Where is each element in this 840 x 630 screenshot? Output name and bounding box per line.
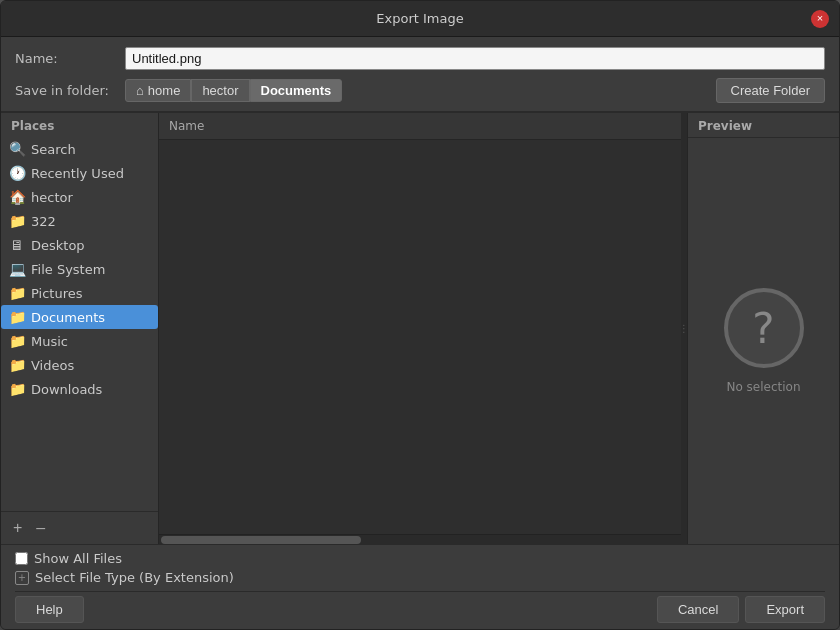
preview-panel: Preview ? No selection: [687, 113, 839, 544]
videos-folder-icon: 📁: [9, 357, 25, 373]
save-in-row: Save in folder: ⌂ home hector Documents …: [15, 78, 825, 103]
no-selection-label: No selection: [726, 380, 800, 394]
select-file-type-row[interactable]: + Select File Type (By Extension): [15, 570, 825, 585]
pictures-folder-icon: 📁: [9, 285, 25, 301]
sidebar-item-label: File System: [31, 262, 105, 277]
sidebar-item-label: 322: [31, 214, 56, 229]
sidebar-item-recently-used[interactable]: 🕐 Recently Used: [1, 161, 158, 185]
sidebar-item-downloads[interactable]: 📁 Downloads: [1, 377, 158, 401]
sidebar-item-hector[interactable]: 🏠 hector: [1, 185, 158, 209]
cancel-button[interactable]: Cancel: [657, 596, 739, 623]
sidebar-item-label: Desktop: [31, 238, 85, 253]
bottom-bar: Show All Files + Select File Type (By Ex…: [1, 544, 839, 629]
sidebar-item-desktop[interactable]: 🖥 Desktop: [1, 233, 158, 257]
files-header: Name: [159, 113, 681, 140]
create-folder-button[interactable]: Create Folder: [716, 78, 825, 103]
select-file-type-label: Select File Type (By Extension): [35, 570, 234, 585]
places-list: 🔍 Search 🕐 Recently Used 🏠 hector 📁 322 …: [1, 137, 158, 511]
search-icon: 🔍: [9, 141, 25, 157]
breadcrumb-hector[interactable]: hector: [191, 79, 249, 102]
sidebar-item-label: Search: [31, 142, 76, 157]
show-all-files-row[interactable]: Show All Files: [15, 551, 825, 566]
folder-322-icon: 📁: [9, 213, 25, 229]
main-area: Places 🔍 Search 🕐 Recently Used 🏠 hector…: [1, 112, 839, 544]
places-title: Places: [1, 113, 158, 137]
close-button[interactable]: ×: [811, 10, 829, 28]
sidebar-item-search[interactable]: 🔍 Search: [1, 137, 158, 161]
preview-content: ? No selection: [688, 138, 839, 544]
preview-title: Preview: [688, 113, 839, 138]
show-all-files-checkbox[interactable]: [15, 552, 28, 565]
form-area: Name: Save in folder: ⌂ home hector Docu…: [1, 37, 839, 112]
sidebar-item-label: Videos: [31, 358, 74, 373]
sidebar-item-label: Downloads: [31, 382, 102, 397]
recently-used-icon: 🕐: [9, 165, 25, 181]
home-folder-icon: 🏠: [9, 189, 25, 205]
export-image-dialog: Export Image × Name: Save in folder: ⌂ h…: [0, 0, 840, 630]
preview-question-icon: ?: [724, 288, 804, 368]
name-label: Name:: [15, 51, 125, 66]
save-in-label: Save in folder:: [15, 83, 125, 98]
sidebar-item-label: Recently Used: [31, 166, 124, 181]
sidebar-item-videos[interactable]: 📁 Videos: [1, 353, 158, 377]
dialog-title: Export Image: [376, 11, 463, 26]
sidebar-item-pictures[interactable]: 📁 Pictures: [1, 281, 158, 305]
show-all-files-label: Show All Files: [34, 551, 122, 566]
breadcrumb-documents[interactable]: Documents: [250, 79, 343, 102]
files-scrollbar[interactable]: [159, 534, 681, 544]
breadcrumb-area: ⌂ home hector Documents: [125, 79, 716, 102]
scrollbar-thumb[interactable]: [161, 536, 361, 544]
places-bottom-bar: + –: [1, 511, 158, 544]
files-panel: Name: [159, 113, 681, 544]
breadcrumb-home[interactable]: ⌂ home: [125, 79, 191, 102]
expand-icon: +: [15, 571, 29, 585]
right-buttons: Cancel Export: [657, 596, 825, 623]
sidebar-item-file-system[interactable]: 💻 File System: [1, 257, 158, 281]
sidebar-item-label: hector: [31, 190, 73, 205]
sidebar-item-label: Music: [31, 334, 68, 349]
documents-folder-icon: 📁: [9, 309, 25, 325]
home-icon: ⌂: [136, 83, 144, 98]
add-place-button[interactable]: +: [9, 518, 26, 538]
desktop-icon: 🖥: [9, 237, 25, 253]
action-bar: Help Cancel Export: [15, 591, 825, 623]
sidebar-item-322[interactable]: 📁 322: [1, 209, 158, 233]
downloads-folder-icon: 📁: [9, 381, 25, 397]
filename-input[interactable]: [125, 47, 825, 70]
title-bar: Export Image ×: [1, 1, 839, 37]
files-content[interactable]: [159, 140, 681, 534]
sidebar-item-music[interactable]: 📁 Music: [1, 329, 158, 353]
music-folder-icon: 📁: [9, 333, 25, 349]
file-system-icon: 💻: [9, 261, 25, 277]
export-button[interactable]: Export: [745, 596, 825, 623]
sidebar-item-label: Documents: [31, 310, 105, 325]
places-panel: Places 🔍 Search 🕐 Recently Used 🏠 hector…: [1, 113, 159, 544]
name-row: Name:: [15, 47, 825, 70]
help-button[interactable]: Help: [15, 596, 84, 623]
sidebar-item-label: Pictures: [31, 286, 82, 301]
remove-place-button[interactable]: –: [32, 518, 49, 538]
sidebar-item-documents[interactable]: 📁 Documents: [1, 305, 158, 329]
